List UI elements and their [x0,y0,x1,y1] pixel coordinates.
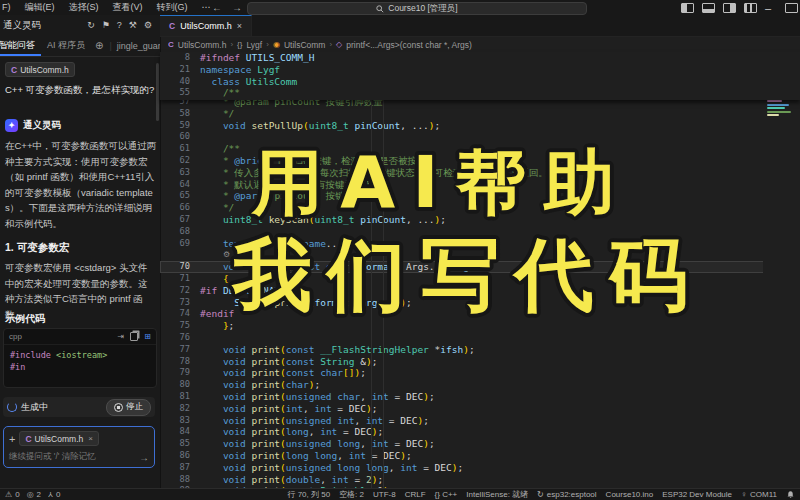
send-icon[interactable]: → [139,452,149,463]
line-number[interactable]: 40 [160,76,200,88]
line-number[interactable]: 82 [160,403,200,415]
toggle-secondary-sidebar-icon[interactable] [723,3,736,13]
code-line[interactable]: 79void print(const char[]); [160,367,800,379]
code-line[interactable]: 88void print(double, int = 2); [160,474,800,486]
new-file-icon[interactable]: ⊞ [144,332,151,341]
error-count[interactable]: ◎2 [27,490,41,499]
code-line[interactable]: 78void print(const String &); [160,356,800,368]
status-item[interactable]: 行 70, 列 50 [287,489,330,500]
code-line[interactable]: 86void print(long long, int = DEC); [160,450,800,462]
code-line[interactable]: 83void print(unsigned int, int = DEC); [160,415,800,427]
status-item[interactable]: UTF-8 [373,490,396,499]
line-number[interactable]: 87 [160,462,200,474]
line-number[interactable]: 69 [160,238,200,250]
breadcrumb-item[interactable]: UtilsComm.h [178,40,227,50]
user-account[interactable]: jingle_guan... [114,41,160,51]
chat-scrollbar[interactable] [156,63,159,121]
ai-codelens[interactable]: ⚙∨ [160,249,800,261]
code-line[interactable]: 69template <typename... Args> [160,238,800,250]
code-line[interactable]: 71{ [160,273,800,285]
problems-status[interactable]: ⚠0◎2Y0 [5,490,61,499]
line-number[interactable]: 67 [160,214,200,226]
line-number[interactable]: 59 [160,120,200,132]
line-number[interactable]: 55 [160,87,200,99]
line-number[interactable]: 81 [160,391,200,403]
menu-item[interactable]: 编辑(E) [18,2,62,12]
code-line[interactable]: 82void print(int, int = DEC); [160,403,800,415]
status-item[interactable]: IntelliSense: 就绪 [466,489,528,500]
code-line[interactable]: 87void print(unsigned long long, int = D… [160,462,800,474]
line-number[interactable]: 21 [160,64,200,76]
menu-item[interactable]: F) [0,2,18,12]
code-line[interactable]: 73Serial.printf(format, args...); [160,297,800,309]
code-line[interactable]: 89void print(const Printable &); [160,485,800,488]
line-number[interactable]: 76 [160,332,200,344]
line-number[interactable]: 58 [160,108,200,120]
code-line[interactable]: 60 [160,131,800,143]
code-line[interactable]: 65* @param pinCount 按键引脚数量 [160,190,800,202]
settings-icon[interactable]: ⚙ [144,20,152,30]
gear-icon[interactable]: ⚙ [200,249,230,261]
line-number[interactable]: 84 [160,426,200,438]
insert-code-icon[interactable]: ⇥ [118,332,125,341]
forward-button[interactable]: → [232,2,242,13]
close-tab-icon[interactable]: × [237,21,242,31]
breadcrumb-item[interactable]: Lygf [246,40,262,50]
toggle-sidebar-icon[interactable] [681,3,694,13]
line-number[interactable]: 68 [160,226,200,238]
line-number[interactable]: 61 [160,143,200,155]
line-number[interactable]: 73 [160,297,200,309]
code-line[interactable]: 58*/ [160,108,800,120]
code-line[interactable]: 63* 传入多个按键引脚，每次扫描检测按键状态，也可检测多个按键，并返回。 [160,167,800,179]
menu-item[interactable]: 选择(S) [62,2,106,12]
menu-item[interactable]: 查看(V) [106,2,150,12]
line-number[interactable]: 72 [160,285,200,297]
breadcrumb-item[interactable]: UtilsComm [284,40,326,50]
line-number[interactable]: 89 [160,485,200,488]
line-number[interactable]: 79 [160,367,200,379]
minimap[interactable] [763,53,800,488]
code-line[interactable]: 72#if DEBUG_ENABLE [160,285,800,297]
code-line[interactable]: 81void print(unsigned char, int = DEC); [160,391,800,403]
line-number[interactable]: 88 [160,474,200,486]
code-line[interactable]: 85void print(unsigned long, int = DEC); [160,438,800,450]
line-number[interactable]: 71 [160,273,200,285]
status-item[interactable]: Course10.ino [606,490,654,499]
add-context-button[interactable]: + [9,434,15,444]
line-number[interactable]: 83 [160,415,200,427]
status-item[interactable]: ESP32 Dev Module [662,490,732,499]
command-center-search[interactable]: Course10 [管理员] [247,2,587,15]
code-line[interactable]: 74#endif [160,308,800,320]
line-number[interactable]: 78 [160,356,200,368]
chat-input-box[interactable]: + C UtilsComm.h × 继续提问或 '/' 清除记忆 → [3,426,155,468]
line-number[interactable]: 62 [160,155,200,167]
status-item[interactable]: ↻esp32:esptool [537,490,597,499]
history-icon[interactable]: ↻ [87,20,95,30]
code-line[interactable]: 66*/ [160,202,800,214]
code-line[interactable]: 77void print(const __FlashStringHelper *… [160,344,800,356]
status-item[interactable]: CRLF [405,490,426,499]
fork-count[interactable]: Y0 [48,490,60,499]
line-number[interactable]: 8 [160,52,200,64]
toggle-panel-icon[interactable] [702,3,715,13]
code-line[interactable]: 40class UtilsComm [160,76,800,88]
code-line[interactable]: 75}; [160,320,800,332]
code-line[interactable]: 61/** [160,143,800,155]
status-item[interactable]: 空格: 2 [339,489,364,500]
copy-code-icon[interactable] [130,332,138,341]
warning-count[interactable]: ⚠0 [5,490,20,499]
line-number[interactable]: 60 [160,131,200,143]
maximize-button[interactable] [785,3,798,13]
code-line[interactable]: 59void setPullUp(uint8_t pinCount, ...); [160,120,800,132]
code-line[interactable]: 80void print(char); [160,379,800,391]
code-line[interactable]: 84void print(long, int = DEC); [160,426,800,438]
code-editor[interactable]: 57* @param pinCount 按键引脚数量58*/59void set… [160,96,800,488]
line-number[interactable]: 74 [160,308,200,320]
minimize-button[interactable]: – [765,3,771,13]
code-line[interactable]: 67uint8_t keyScan(uint8_t pinCount, ...)… [160,214,800,226]
back-button[interactable]: ← [212,2,222,13]
line-number[interactable]: 63 [160,167,200,179]
context-file-chip[interactable]: C UtilsComm.h [5,62,75,77]
line-number[interactable]: 70 [160,261,200,273]
chevron-down-icon[interactable]: ∨ [230,249,239,261]
